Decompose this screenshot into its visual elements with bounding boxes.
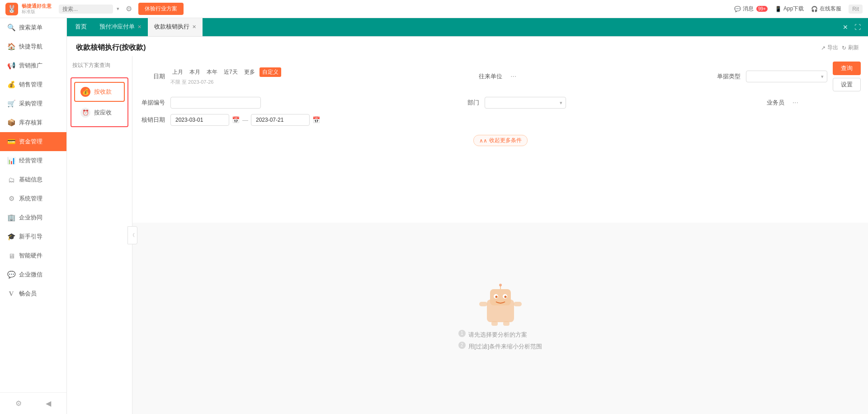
- tab-close-btn[interactable]: ✕: [841, 22, 850, 33]
- cart-icon: 🛒: [7, 100, 15, 108]
- folder-icon: 🗂: [7, 176, 15, 184]
- chevron-down-icon[interactable]: ▾: [117, 6, 119, 12]
- sidebar-item-sales[interactable]: 💰 销售管理: [0, 75, 66, 94]
- page-actions: ↗ 导出 ↻ 刷新: [821, 44, 859, 52]
- dept-select-wrapper: [485, 97, 566, 109]
- empty-step-2: 2 用[过滤]条件来缩小分析范围: [458, 341, 542, 352]
- sidebar-item-member[interactable]: V 畅会员: [0, 284, 66, 303]
- sidebar-item-wechat[interactable]: 💬 企业微信: [0, 265, 66, 284]
- date-btn-this-month[interactable]: 本月: [188, 67, 202, 77]
- dept-label: 部门: [454, 99, 479, 107]
- building-icon: 🏢: [7, 214, 15, 222]
- user-info[interactable]: Rit: [849, 5, 863, 14]
- sidebar-label-wechat: 企业微信: [19, 271, 42, 279]
- sidebar-item-system[interactable]: ⚙ 系统管理: [0, 189, 66, 208]
- date-btn-more[interactable]: 更多: [242, 67, 257, 77]
- doc-type-select[interactable]: [746, 71, 827, 82]
- verify-date-end[interactable]: [251, 114, 310, 126]
- sidebar-collapse-btn[interactable]: ◀: [42, 397, 55, 409]
- money-icon: 💰: [7, 81, 15, 89]
- sidebar-label-sales: 销售管理: [19, 81, 42, 89]
- sidebar-item-finance[interactable]: 💳 资金管理: [0, 132, 66, 151]
- date-btn-last-month[interactable]: 上月: [170, 67, 185, 77]
- search-input[interactable]: [59, 5, 113, 14]
- query-area: 日期 上月 本月 本年 近7天 更多 自定义 不限 至 2023-07-26: [132, 56, 868, 223]
- staff-dots-btn[interactable]: ···: [790, 98, 801, 108]
- refresh-btn[interactable]: ↻ 刷新: [842, 44, 859, 52]
- tab-home[interactable]: 首页: [69, 18, 93, 36]
- filter-panel-collapse-btn[interactable]: 《: [127, 226, 137, 244]
- sidebar-item-quicknav[interactable]: 🏠 快捷导航: [0, 37, 66, 56]
- filter-panel-header: 按以下方案查询: [67, 62, 132, 74]
- sidebar-item-operations[interactable]: 📊 经营管理: [0, 151, 66, 170]
- date-label: 日期: [140, 72, 165, 81]
- sidebar-item-purchase[interactable]: 🛒 采购管理: [0, 94, 66, 113]
- doc-type-select-wrapper: [746, 71, 827, 82]
- sidebar-label-finance: 资金管理: [19, 138, 42, 146]
- gear-icon[interactable]: ⚙: [123, 5, 135, 13]
- date-btn-custom[interactable]: 自定义: [259, 67, 281, 77]
- tab-prepay-close[interactable]: ✕: [137, 24, 142, 29]
- sidebar-item-search[interactable]: 🔍 搜索菜单: [0, 18, 66, 37]
- empty-step-2-label: 用[过滤]条件来缩小分析范围: [468, 341, 542, 352]
- sidebar-item-beginner[interactable]: 🎓 新手引导: [0, 227, 66, 246]
- verify-date-start[interactable]: [170, 114, 229, 126]
- query-row-2: 单据编号 部门 业务员 ···: [140, 97, 861, 109]
- tab-collection-close[interactable]: ✕: [192, 24, 196, 29]
- sidebar-label-marketing: 营销推广: [19, 62, 42, 70]
- tab-collection[interactable]: 收款核销执行 ✕: [148, 18, 203, 36]
- monitor-icon: 🖥: [7, 252, 15, 260]
- sidebar-label-beginner: 新手引导: [19, 233, 42, 241]
- tab-expand-btn[interactable]: ⛶: [853, 22, 863, 33]
- sidebar-item-marketing[interactable]: 📢 营销推广: [0, 56, 66, 75]
- calendar-start-icon[interactable]: 📅: [232, 116, 240, 124]
- tab-prepay-label: 预付冲应付单: [99, 23, 135, 31]
- counterpart-dots-btn[interactable]: ···: [508, 71, 519, 81]
- message-action[interactable]: 💬 消息 99+: [734, 5, 768, 13]
- wechat-icon: 💬: [7, 271, 15, 279]
- filter-by-receivable[interactable]: ⏰ 按应收: [74, 103, 125, 123]
- svg-point-5: [504, 296, 506, 298]
- filter-by-collection[interactable]: 💰 按收款: [74, 82, 125, 102]
- sidebar-settings-btn[interactable]: ⚙: [12, 397, 25, 409]
- topbar-left: 🐰 畅捷通好生意 标准版 ▾ ⚙ 休验行业方案: [5, 3, 734, 15]
- chart-icon: 📊: [7, 157, 15, 165]
- message-badge: 99+: [756, 6, 768, 12]
- app-download-action[interactable]: 📱 App下载: [775, 5, 804, 13]
- customer-service-action[interactable]: 🎧 在线客服: [811, 5, 841, 13]
- collapse-btn-label: 收起更多条件: [489, 137, 522, 144]
- sidebar-label-member: 畅会员: [19, 290, 37, 298]
- export-btn[interactable]: ↗ 导出: [821, 44, 838, 52]
- sidebar-label-enterprise: 企业协同: [19, 214, 42, 222]
- collapse-conditions-btn[interactable]: ∧∧ 收起更多条件: [473, 135, 528, 146]
- main-layout: 🔍 搜索菜单 🏠 快捷导航 📢 营销推广 💰 销售管理 🛒 采购管理 📦 库存核…: [0, 18, 868, 414]
- date-shortcuts: 上月 本月 本年 近7天 更多 自定义: [170, 67, 281, 77]
- settings-btn[interactable]: 设置: [833, 78, 861, 91]
- doc-no-input[interactable]: [170, 97, 261, 109]
- tab-prepay[interactable]: 预付冲应付单 ✕: [93, 18, 148, 36]
- phone-icon: 📱: [775, 6, 782, 12]
- empty-illustration: [476, 284, 525, 329]
- date-btn-this-year[interactable]: 本年: [205, 67, 219, 77]
- sidebar-label-quicknav: 快捷导航: [19, 43, 42, 51]
- tabbar: 首页 预付冲应付单 ✕ 收款核销执行 ✕ ✕ ⛶: [67, 18, 868, 37]
- query-row-1: 日期 上月 本月 本年 近7天 更多 自定义 不限 至 2023-07-26: [140, 62, 861, 91]
- sidebar-item-inventory[interactable]: 📦 库存核算: [0, 113, 66, 132]
- dept-select[interactable]: [485, 97, 566, 109]
- sidebar-bottom: ⚙ ◀: [0, 392, 66, 414]
- industry-btn[interactable]: 休验行业方案: [138, 3, 184, 15]
- date-sub: 不限 至 2023-07-26: [170, 79, 281, 86]
- card-icon: 💳: [7, 138, 15, 146]
- box-icon: 📦: [7, 119, 15, 127]
- calendar-end-icon[interactable]: 📅: [312, 116, 320, 124]
- export-label: 导出: [827, 44, 838, 52]
- sidebar-item-enterprise[interactable]: 🏢 企业协同: [0, 208, 66, 227]
- svg-point-11: [499, 284, 502, 286]
- sidebar-item-hardware[interactable]: 🖥 智能硬件: [0, 246, 66, 265]
- right-area: 日期 上月 本月 本年 近7天 更多 自定义 不限 至 2023-07-26: [132, 56, 868, 414]
- query-action-btns: 查询 设置: [833, 62, 861, 91]
- search-btn[interactable]: 查询: [833, 62, 861, 75]
- sidebar-item-basic[interactable]: 🗂 基础信息: [0, 170, 66, 189]
- date-btn-7days[interactable]: 近7天: [222, 67, 240, 77]
- refresh-label: 刷新: [848, 44, 859, 52]
